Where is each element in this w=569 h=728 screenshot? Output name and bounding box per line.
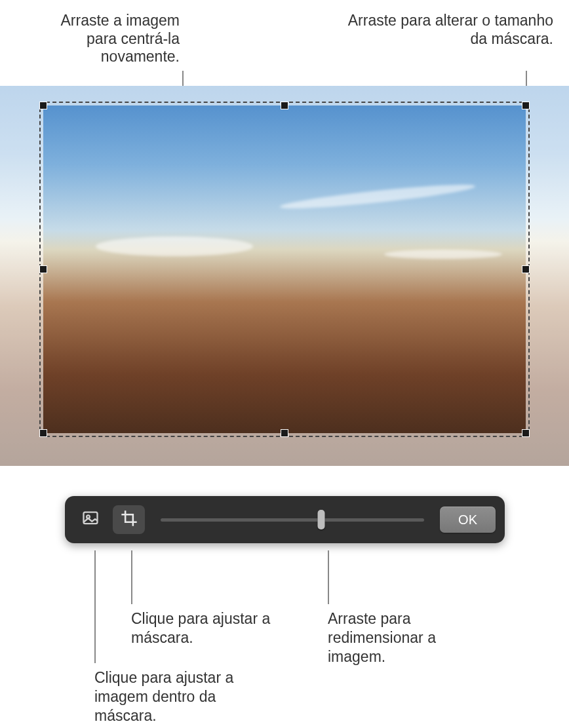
- mask-handle-top-left[interactable]: [39, 102, 47, 109]
- image-editor-stage: [0, 86, 569, 466]
- callout-adjust-image-in-mask: Clique para ajustar a imagem dentro da m…: [94, 668, 265, 725]
- crop-icon: [120, 509, 138, 530]
- mask-handle-bottom-right[interactable]: [522, 429, 530, 437]
- ok-button[interactable]: OK: [440, 507, 496, 533]
- svg-rect-0: [83, 512, 97, 524]
- mask-handle-bottom-left[interactable]: [39, 429, 47, 437]
- decorative-cloud: [279, 180, 476, 212]
- mask-handle-top-middle[interactable]: [281, 102, 288, 109]
- callout-line: [94, 550, 96, 663]
- adjust-image-button[interactable]: [74, 505, 106, 534]
- image-icon: [81, 509, 100, 530]
- mask-handle-bottom-middle[interactable]: [281, 429, 288, 437]
- callout-resize-image-slider: Arraste para redimensionar a imagem.: [328, 609, 465, 666]
- resize-image-slider[interactable]: [161, 505, 424, 534]
- callout-line: [328, 550, 329, 604]
- slider-track: [161, 518, 424, 522]
- mask-handle-top-right[interactable]: [522, 102, 530, 109]
- mask-handle-middle-right[interactable]: [522, 265, 530, 273]
- decorative-cloud: [384, 250, 502, 259]
- callout-resize-mask: Arraste para alterar o tamanho da máscar…: [343, 12, 553, 48]
- callout-recenter-image: Arraste a imagem para centrá-la novament…: [42, 12, 180, 66]
- callout-line: [131, 550, 132, 604]
- callout-adjust-mask: Clique para ajustar a máscara.: [131, 609, 282, 647]
- adjust-mask-button[interactable]: [113, 505, 145, 534]
- slider-thumb[interactable]: [318, 510, 325, 529]
- mask-handle-middle-left[interactable]: [39, 265, 47, 273]
- decorative-cloud: [96, 237, 253, 256]
- mask-area[interactable]: [43, 105, 526, 433]
- mask-toolbar: OK: [65, 496, 505, 543]
